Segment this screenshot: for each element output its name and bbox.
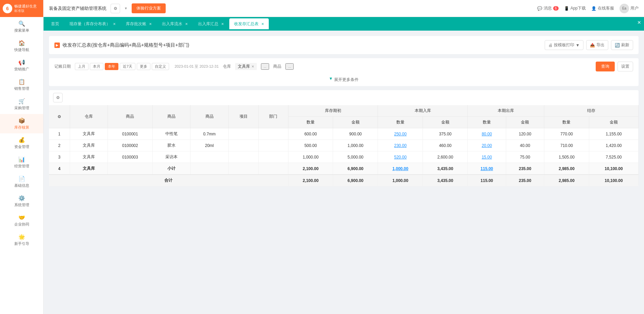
cell-in-amt: 375.00 xyxy=(423,128,468,140)
date-btn-this-month[interactable]: 本月 xyxy=(90,63,103,70)
tab-stock-dist[interactable]: 现存量（库存分布表） ✕ xyxy=(65,18,120,29)
tab-inout-flow[interactable]: 出入库流水 ✕ xyxy=(157,18,193,29)
col-code: 商品 xyxy=(108,105,152,128)
tab-receive-summary[interactable]: 收发存汇总表 ✕ xyxy=(229,18,269,29)
cell-in-amt: 2,600.00 xyxy=(423,151,468,163)
col-closing-qty: 数量 xyxy=(544,117,589,128)
total-label: 合计 xyxy=(49,175,288,186)
user-button[interactable]: Ea 用户 xyxy=(620,4,639,13)
sidebar-item-marketing[interactable]: 📢 营销推广 xyxy=(0,56,43,75)
logo-sub: 标准版 xyxy=(14,9,37,13)
cell-warehouse: 文具库 xyxy=(70,140,108,151)
export-label: 导出 xyxy=(596,42,605,48)
date-btn-7days[interactable]: 近7天 xyxy=(120,63,135,70)
tab-receive-summary-close[interactable]: ✕ xyxy=(261,22,264,26)
cell-in-qty[interactable]: 520.00 xyxy=(378,151,423,163)
col-spec: 商品 xyxy=(190,105,228,128)
date-btn-this-year[interactable]: 本年 xyxy=(105,63,118,70)
tab-inout-flow-close[interactable]: ✕ xyxy=(185,22,188,26)
guide-icon: 🌟 xyxy=(18,234,25,240)
operation-icon: 📊 xyxy=(18,156,25,163)
cell-project xyxy=(229,140,259,151)
tab-inout-summary[interactable]: 出入库汇总 ✕ xyxy=(193,18,229,29)
online-service-button[interactable]: 👤 在线客服 xyxy=(591,5,614,11)
tab-batch-close[interactable]: ✕ xyxy=(149,22,152,26)
sidebar-item-purchase[interactable]: 🛒 采购管理 xyxy=(0,95,43,114)
cell-dept xyxy=(258,151,288,163)
sidebar-item-guide[interactable]: 🌟 新手引导 xyxy=(0,230,43,250)
chevron-down-icon: ▼ xyxy=(329,76,333,81)
cell-out-qty[interactable]: 20.00 xyxy=(468,140,506,151)
col-warehouse: 仓库 xyxy=(70,105,108,128)
export-button[interactable]: 📤 导出 xyxy=(586,40,608,50)
tab-inout-summary-close[interactable]: ✕ xyxy=(221,22,224,26)
cell-opening-qty: 1,000.00 xyxy=(288,151,333,163)
refresh-button[interactable]: 🔄 刷新 xyxy=(611,40,633,50)
sidebar-item-base[interactable]: 📄 基础信息 xyxy=(0,172,43,192)
cell-out-qty[interactable]: 80.00 xyxy=(468,128,506,140)
header-right: 💬 消息 6 📱 App下载 👤 在线客服 Ea 用户 xyxy=(537,4,639,13)
table-row: 3文具库0100003采访本1,000.005,000.00520.002,60… xyxy=(49,151,639,163)
cell-in-qty[interactable]: 230.00 xyxy=(378,140,423,151)
tab-batch[interactable]: 库存批次账 ✕ xyxy=(121,18,156,29)
total-row: 合计 2,100.00 6,900.00 1,000.00 3,435.00 1… xyxy=(49,175,639,186)
cell-in-amt: 3,435.00 xyxy=(423,163,468,175)
app-download-button[interactable]: 📱 App下载 xyxy=(564,5,586,11)
warehouse-tag-close[interactable]: ✕ xyxy=(251,65,254,68)
query-button[interactable]: 查询 xyxy=(596,62,615,71)
col-in-qty: 数量 xyxy=(378,117,423,128)
cell-opening-amt: 1,000.00 xyxy=(333,140,378,151)
date-btn-last-month[interactable]: 上月 xyxy=(75,63,88,70)
cell-spec: 20ml xyxy=(190,140,228,151)
date-btn-custom[interactable]: 自定义 xyxy=(152,63,169,70)
tab-bar-close-button[interactable]: ✕ xyxy=(637,20,641,25)
sidebar-item-enterprise[interactable]: 🤝 企业协同 xyxy=(0,211,43,230)
sidebar-item-sales[interactable]: 📋 销售管理 xyxy=(0,75,43,95)
cell-out-qty[interactable]: 15.00 xyxy=(468,151,506,163)
date-quick-buttons: 上月 本月 本年 近7天 更多 自定义 xyxy=(75,63,169,70)
total-closing-amt: 10,100.00 xyxy=(589,175,638,186)
sidebar-item-system[interactable]: ⚙️ 系统管理 xyxy=(0,192,43,211)
expand-icon[interactable]: ▶ xyxy=(54,43,60,48)
cell-closing-qty: 2,985.00 xyxy=(544,163,589,175)
settings-button[interactable]: ⚙ xyxy=(111,4,120,13)
online-service-label: 在线客服 xyxy=(598,5,614,11)
warehouse-more-button[interactable]: ... xyxy=(261,63,269,70)
tab-inout-summary-label: 出入库汇总 xyxy=(198,21,218,27)
col-index: ⚙ xyxy=(49,105,70,128)
tab-stock-dist-close[interactable]: ✕ xyxy=(113,22,116,26)
cell-project xyxy=(229,151,259,163)
cell-opening-qty: 2,100.00 xyxy=(288,163,333,175)
print-button[interactable]: 🖨 按模板打印 ▼ xyxy=(545,40,583,50)
sidebar-item-label-base: 基础信息 xyxy=(14,183,29,188)
goods-more-button[interactable]: ... xyxy=(285,63,294,70)
dropdown-arrow-icon: ▼ xyxy=(124,6,128,10)
table-settings-button[interactable]: ⚙ xyxy=(53,93,63,102)
date-btn-more[interactable]: 更多 xyxy=(137,63,150,70)
message-button[interactable]: 💬 消息 6 xyxy=(537,5,559,11)
warehouse-tag-text: 文具库 xyxy=(238,64,250,69)
total-out-amt: 235.00 xyxy=(506,175,544,186)
tab-home[interactable]: 首页 xyxy=(46,18,64,29)
sidebar-item-label-sales: 销售管理 xyxy=(14,86,29,91)
cell-opening-qty: 600.00 xyxy=(288,128,333,140)
cell-warehouse: 文具库 xyxy=(70,151,108,163)
col-closing-amt: 金额 xyxy=(589,117,638,128)
filter-settings-button[interactable]: 设置 xyxy=(617,62,633,71)
sidebar-item-finance[interactable]: 💰 资金管理 xyxy=(0,133,43,153)
cell-opening-qty: 500.00 xyxy=(288,140,333,151)
sidebar-item-label-guide: 新手引导 xyxy=(14,241,29,246)
sidebar-item-search[interactable]: 🔍 搜索菜单 xyxy=(0,17,43,36)
page-content: ▶ 收发存汇总表(按仓库+商品编码+商品+规格型号+项目+部门) 🖨 按模板打印… xyxy=(44,31,644,314)
sidebar-item-operation[interactable]: 📊 经营管理 xyxy=(0,153,43,172)
expand-conditions-button[interactable]: 展开更多条件 xyxy=(334,77,359,83)
top-header: 装备及固定资产辅助管理系统 ⚙ ▼ 体验行业方案 💬 消息 6 📱 App下载 … xyxy=(44,0,644,17)
cell-opening-amt: 6,900.00 xyxy=(333,163,378,175)
cell-closing-qty: 770.00 xyxy=(544,128,589,140)
cell-out-qty[interactable]: 115.00 xyxy=(468,163,506,175)
sidebar-item-quick-nav[interactable]: 🏠 快捷导航 xyxy=(0,36,43,56)
cell-in-qty[interactable]: 250.00 xyxy=(378,128,423,140)
sidebar-item-inventory[interactable]: 📦 库存核算 xyxy=(0,114,43,133)
cell-in-qty[interactable]: 1,000.00 xyxy=(378,163,423,175)
try-industry-button[interactable]: 体验行业方案 xyxy=(132,3,166,13)
